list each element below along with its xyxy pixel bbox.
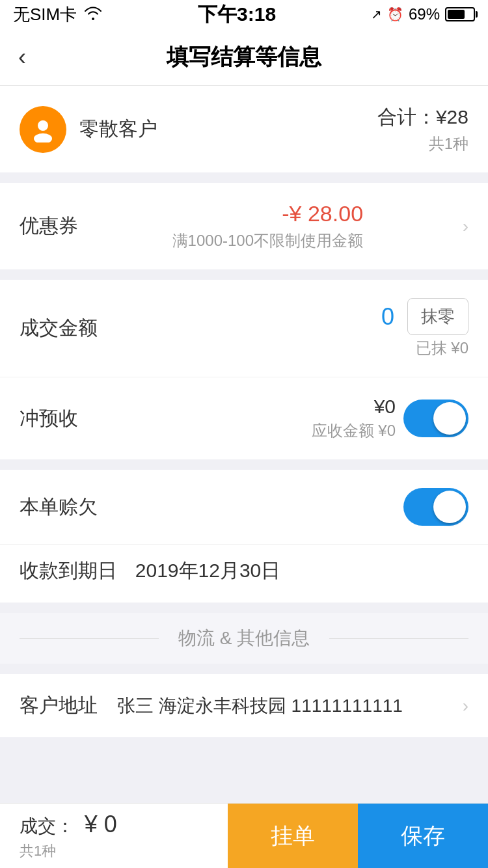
transaction-row: 成交金额 0 抹零 已抹 ¥0 (0, 280, 488, 377)
customer-row: 零散客户 合计：¥28 共1种 (0, 86, 488, 172)
prepay-value: ¥0 (312, 396, 396, 418)
transaction-value[interactable]: 0 (355, 303, 394, 331)
save-button[interactable]: 保存 (358, 804, 488, 869)
coupon-label: 优惠券 (20, 213, 78, 239)
address-value: 张三 海淀永丰科技园 11111111111 (117, 694, 438, 718)
coupon-desc: 满1000-100不限制使用金额 (172, 230, 363, 251)
bottom-deal-amount: ¥ 0 (85, 811, 117, 837)
customer-total: 合计：¥28 (377, 104, 468, 131)
logistics-label: 物流 & 其他信息 (178, 626, 310, 651)
coupon-amount: -¥ 28.00 (172, 201, 363, 226)
bottom-info: 成交： ¥ 0 共1种 (0, 811, 228, 861)
debt-toggle[interactable] (403, 488, 468, 526)
coupon-section: 优惠券 -¥ 28.00 满1000-100不限制使用金额 › (0, 183, 488, 269)
transaction-label: 成交金额 (20, 315, 98, 342)
svg-point-1 (34, 133, 52, 142)
prepay-label: 冲预收 (20, 405, 78, 432)
customer-count: 共1种 (377, 133, 468, 154)
battery-icon (445, 7, 475, 21)
address-chevron-icon: › (463, 696, 468, 716)
debt-section: 本单赊欠 收款到期日 2019年12月30日 (0, 470, 488, 603)
battery-fill (448, 10, 465, 19)
coupon-row[interactable]: 优惠券 -¥ 28.00 满1000-100不限制使用金额 › (0, 183, 488, 269)
prepay-right: ¥0 应收金额 ¥0 (312, 396, 468, 441)
prepay-toggle-thumb (433, 402, 466, 435)
customer-right: 合计：¥28 共1种 (377, 104, 468, 154)
due-date-label: 收款到期日 (20, 560, 117, 581)
battery-percent: 69% (409, 5, 440, 23)
customer-name: 零散客户 (79, 116, 157, 142)
status-bar: 无SIM卡 下午3:18 ↗ ⏰ 69% (0, 0, 488, 29)
round-zero-button[interactable]: 抹零 (407, 298, 468, 335)
page-title: 填写结算等信息 (167, 42, 321, 72)
status-left: 无SIM卡 (13, 3, 103, 26)
bottom-deal-row: 成交： ¥ 0 (20, 811, 208, 839)
avatar (20, 106, 66, 153)
status-right: ↗ ⏰ 69% (371, 5, 475, 23)
due-date-value: 2019年12月30日 (135, 560, 280, 581)
alarm-icon: ⏰ (387, 7, 403, 22)
location-icon: ↗ (371, 7, 382, 22)
prepay-row: 冲预收 ¥0 应收金额 ¥0 (0, 377, 488, 459)
wifi-icon (83, 5, 103, 25)
prepay-sub: 应收金额 ¥0 (312, 420, 396, 441)
amount-section: 成交金额 0 抹零 已抹 ¥0 冲预收 ¥0 应收金额 ¥0 (0, 280, 488, 459)
status-time: 下午3:18 (198, 1, 276, 28)
bottom-count: 共1种 (20, 841, 208, 861)
due-date-row: 收款到期日 2019年12月30日 (0, 544, 488, 603)
nav-bar: ‹ 填写结算等信息 (0, 29, 488, 86)
address-section[interactable]: 客户地址 张三 海淀永丰科技园 11111111111 › (0, 674, 488, 737)
svg-point-0 (38, 120, 48, 131)
debt-label: 本单赊欠 (20, 494, 98, 521)
debt-row: 本单赊欠 (0, 470, 488, 544)
hold-button[interactable]: 挂单 (228, 804, 358, 869)
transaction-sub: 已抹 ¥0 (355, 338, 468, 359)
carrier-text: 无SIM卡 (13, 3, 77, 26)
logistics-divider: 物流 & 其他信息 (0, 613, 488, 664)
back-button[interactable]: ‹ (18, 44, 26, 71)
customer-left: 零散客户 (20, 106, 157, 153)
coupon-right: -¥ 28.00 满1000-100不限制使用金额 (172, 201, 363, 251)
coupon-chevron-icon: › (463, 216, 468, 237)
prepay-toggle[interactable] (403, 400, 468, 437)
amount-input-wrap: 0 抹零 (355, 298, 468, 335)
debt-toggle-thumb (433, 491, 466, 523)
bottom-bar: 成交： ¥ 0 共1种 挂单 保存 (0, 803, 488, 868)
bottom-deal-label: 成交： (20, 816, 74, 836)
address-label: 客户地址 (20, 692, 98, 719)
